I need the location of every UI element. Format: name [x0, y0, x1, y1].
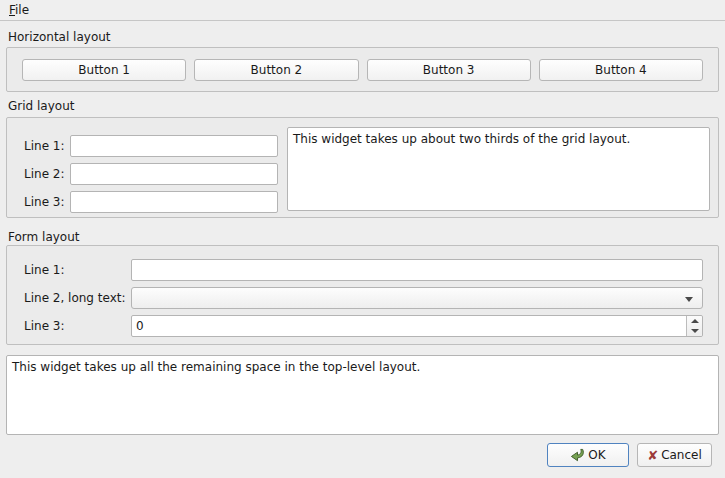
form-layout-title: Form layout	[8, 230, 79, 245]
menu-file[interactable]: File	[0, 1, 38, 19]
chevron-down-icon	[685, 297, 693, 302]
grid-line1-label: Line 1:	[24, 139, 65, 153]
spinbox-buttons	[686, 316, 702, 336]
form-line3-label: Line 3:	[24, 319, 65, 333]
ok-button-label: OK	[588, 448, 605, 462]
spin-down-icon[interactable]	[687, 326, 702, 336]
button-3[interactable]: Button 3	[367, 59, 531, 81]
form-line1-label: Line 1:	[24, 263, 65, 277]
button-4[interactable]: Button 4	[539, 59, 703, 81]
bottom-textedit[interactable]: This widget takes up all the remaining s…	[6, 355, 719, 435]
grid-line2-input[interactable]	[70, 163, 278, 185]
ok-green-arrow-icon	[570, 448, 585, 463]
cancel-x-icon: ✘	[647, 449, 658, 462]
button-1[interactable]: Button 1	[22, 59, 186, 81]
ok-button[interactable]: OK	[547, 443, 629, 467]
horizontal-layout-title: Horizontal layout	[8, 30, 111, 45]
spinbox-input[interactable]	[131, 315, 703, 337]
grid-layout-title: Grid layout	[8, 99, 74, 114]
grid-line2-label: Line 2:	[24, 167, 65, 181]
menubar: File	[0, 0, 725, 21]
grid-line1-input[interactable]	[70, 135, 278, 157]
horizontal-button-row: Button 1 Button 2 Button 3 Button 4	[22, 59, 703, 81]
cancel-button[interactable]: ✘ Cancel	[637, 443, 712, 467]
form-line2-label: Line 2, long text:	[24, 291, 126, 305]
button-2[interactable]: Button 2	[194, 59, 358, 81]
form-line3-spinbox[interactable]	[131, 315, 703, 337]
form-line1-input[interactable]	[131, 259, 703, 281]
cancel-button-label: Cancel	[661, 448, 702, 462]
basic-layouts-dialog: { "menu": { "file": { "mnemonic": "F", "…	[0, 0, 725, 478]
grid-textedit[interactable]: This widget takes up about two thirds of…	[287, 127, 710, 211]
menu-file-rest: ile	[15, 3, 29, 17]
grid-line3-input[interactable]	[70, 191, 278, 213]
grid-line3-label: Line 3:	[24, 195, 65, 209]
spin-up-icon[interactable]	[687, 316, 702, 326]
form-line2-combobox[interactable]	[131, 287, 703, 309]
